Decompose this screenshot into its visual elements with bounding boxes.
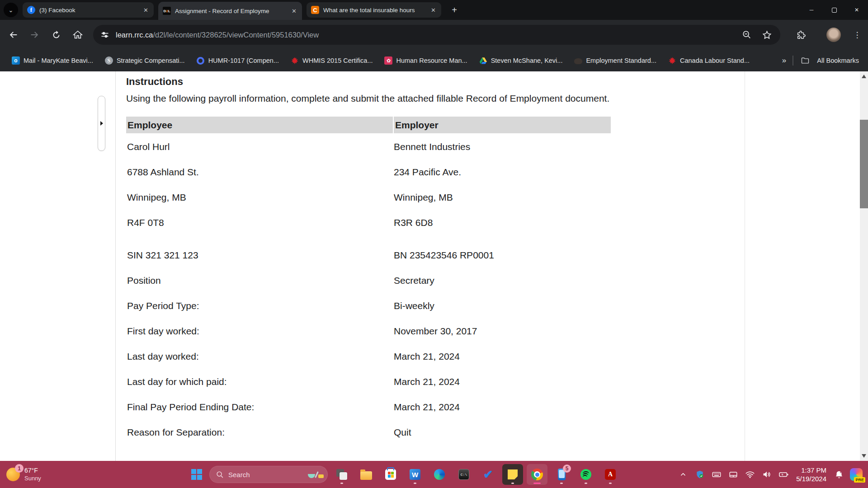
table-row: Winnipeg, MBWinnipeg, MB <box>127 192 670 217</box>
site-settings-icon[interactable] <box>100 30 109 39</box>
close-tab-icon[interactable]: ✕ <box>291 8 297 14</box>
employer-cell: March 21, 2024 <box>394 376 460 402</box>
search-highlight-image <box>308 471 324 478</box>
maximize-button[interactable] <box>823 0 845 20</box>
page-title: Instructions <box>126 76 183 88</box>
employer-cell: BN 235423546 RP0001 <box>394 250 494 275</box>
url-text: learn.rrc.ca/d2l/le/content/328625/viewC… <box>116 31 319 39</box>
taskbar-app-chrome[interactable] <box>527 464 547 485</box>
bookmark-strategic-compensation[interactable]: S Strategic Compensati... <box>105 56 185 65</box>
command-prompt-icon: C:\ <box>458 469 469 480</box>
profile-avatar[interactable] <box>826 28 841 42</box>
taskbar-app-terminal[interactable]: C:\ <box>453 464 474 485</box>
start-button[interactable] <box>188 465 206 483</box>
word-icon: W <box>410 469 420 480</box>
copilot-button[interactable]: PRE <box>850 468 863 481</box>
content-left-border <box>115 71 116 461</box>
new-tab-button[interactable]: + <box>448 3 461 17</box>
notification-bell-button[interactable]: z <box>833 465 845 483</box>
flower-tile-icon: ✿ <box>384 56 392 65</box>
chevron-up-icon <box>679 470 687 479</box>
spotify-icon <box>580 469 591 480</box>
windows-security-button[interactable] <box>694 465 706 483</box>
running-indicator <box>511 483 514 484</box>
tab-search-button[interactable]: ⌄ <box>4 3 18 17</box>
search-icon <box>216 471 224 479</box>
bookmark-employment-standards[interactable]: Employment Standard... <box>574 56 656 65</box>
battery-button[interactable] <box>778 465 789 483</box>
table-row: R4F 0T8R3R 6D8 <box>127 217 670 243</box>
close-window-button[interactable]: ✕ <box>845 0 868 20</box>
url-host: learn.rrc.ca <box>116 31 153 39</box>
bookmark-label: Mail - MaryKate Beavi... <box>24 57 93 64</box>
taskbar-app-ms-store[interactable] <box>380 464 401 485</box>
bookmark-humr-1017[interactable]: HUMR-1017 (Compen... <box>197 56 279 65</box>
weather-widget[interactable]: 1 67°F Sunny <box>0 467 90 482</box>
tab-chegg[interactable]: C What are the total insurable hours ✕ <box>307 2 441 18</box>
table-row: PositionSecretary <box>127 275 670 300</box>
employee-cell: Position <box>127 275 394 300</box>
taskbar-app-todo[interactable]: ✔ <box>478 464 499 485</box>
bookmark-label: Canada Labour Stand... <box>680 57 750 64</box>
close-icon: ✕ <box>854 7 859 13</box>
content-nav-flyout-handle[interactable] <box>98 96 105 151</box>
extensions-button[interactable] <box>793 27 809 43</box>
scrollbar-thumb[interactable] <box>860 120 868 208</box>
taskbar-app-spotify[interactable] <box>576 464 596 485</box>
taskbar-app-sticky-notes[interactable] <box>502 464 523 485</box>
scroll-up-arrow[interactable] <box>862 75 866 78</box>
bookmarks-overflow-button[interactable]: » <box>782 56 785 65</box>
bookmark-label: Strategic Compensati... <box>117 57 185 64</box>
touchpad-icon <box>728 469 738 479</box>
instruction-paragraph: Using the following payroll information,… <box>126 93 609 104</box>
wifi-button[interactable] <box>744 465 756 483</box>
taskbar-app-edge[interactable] <box>429 464 450 485</box>
bookmark-star-icon[interactable] <box>762 30 772 40</box>
minimize-button[interactable]: ─ <box>800 0 823 20</box>
page-scrollbar[interactable] <box>860 71 868 461</box>
minimize-icon: ─ <box>810 7 814 13</box>
sun-icon: 1 <box>6 468 20 481</box>
browser-tab-strip: ⌄ f (3) Facebook ✕ D2L Assignment - Reco… <box>0 0 868 20</box>
divider <box>793 56 793 66</box>
close-tab-icon[interactable]: ✕ <box>430 7 437 14</box>
employee-cell: Carol Hurl <box>127 141 394 167</box>
notification-badge: 5 <box>563 465 571 473</box>
volume-button[interactable] <box>761 465 773 483</box>
tab-assignment-active[interactable]: D2L Assignment - Record of Employme ✕ <box>158 2 302 20</box>
employer-cell: R3R 6D8 <box>394 217 433 243</box>
touchpad-button[interactable] <box>727 465 739 483</box>
taskbar-app-file-explorer[interactable] <box>356 464 377 485</box>
globe-s-icon: S <box>105 56 113 65</box>
employee-cell: Reason for Separation: <box>127 427 394 452</box>
bookmark-mcshane-drive[interactable]: Steven McShane, Kevi... <box>479 56 563 65</box>
tray-overflow-button[interactable] <box>677 465 689 483</box>
employer-cell: Bennett Industries <box>394 141 470 167</box>
all-bookmarks-button[interactable]: All Bookmarks <box>817 57 859 64</box>
taskbar-app-taskview[interactable] <box>331 464 352 485</box>
back-button[interactable] <box>5 27 22 43</box>
bookmark-hr-management[interactable]: ✿ Human Resource Man... <box>384 56 467 65</box>
forward-button[interactable] <box>26 27 42 43</box>
taskbar-app-word[interactable]: W <box>405 464 425 485</box>
scroll-down-arrow[interactable] <box>862 454 866 458</box>
browser-menu-button[interactable]: ⋮ <box>852 27 863 43</box>
taskbar-app-phone-link[interactable]: 5 <box>551 464 572 485</box>
bookmark-canada-labour[interactable]: Canada Labour Stand... <box>668 56 750 65</box>
employer-cell: Bi-weekly <box>394 300 434 326</box>
touch-keyboard-button[interactable] <box>711 465 722 483</box>
bookmark-mail[interactable]: o Mail - MaryKate Beavi... <box>12 56 93 65</box>
clock-widget[interactable]: 1:37 PM 5/19/2024 <box>796 466 826 483</box>
close-tab-icon[interactable]: ✕ <box>142 7 149 14</box>
bookmark-whmis[interactable]: WHMIS 2015 Certifica... <box>291 56 373 65</box>
employee-cell: Final Pay Period Ending Date: <box>127 402 394 427</box>
taskbar-search-box[interactable]: Search <box>209 466 328 483</box>
reload-button[interactable] <box>48 27 64 43</box>
taskbar-app-acrobat[interactable]: A <box>600 464 621 485</box>
keyboard-icon <box>712 469 722 479</box>
zoom-out-icon[interactable] <box>742 30 752 40</box>
home-button[interactable] <box>70 27 86 43</box>
tab-facebook[interactable]: f (3) Facebook ✕ <box>23 2 154 18</box>
address-bar[interactable]: learn.rrc.ca/d2l/le/content/328625/viewC… <box>93 25 780 45</box>
blue-check-icon: ✔ <box>483 468 493 482</box>
